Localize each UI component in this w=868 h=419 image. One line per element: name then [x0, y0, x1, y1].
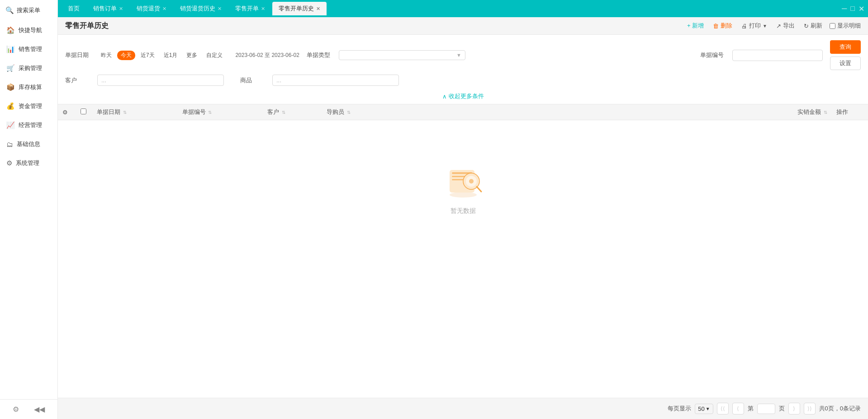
tab-retail-open-close[interactable]: ✕	[261, 6, 265, 12]
per-page-label: 每页显示	[668, 405, 691, 413]
th-amount-label: 实销金额	[797, 108, 821, 115]
date-btn-today[interactable]: 今天	[117, 51, 135, 60]
date-btn-more[interactable]: 更多	[183, 51, 201, 60]
date-btn-yesterday[interactable]: 昨天	[97, 51, 115, 60]
sidebar-nav: 🏠 快捷导航 📊 销售管理 🛒 采购管理 📦 库存核算 💰 资金管理 📈 经营管…	[0, 21, 57, 399]
date-btn-1month[interactable]: 近1月	[160, 51, 181, 60]
tab-sales-return-history[interactable]: 销货退货历史 ✕	[174, 2, 228, 15]
goods-input[interactable]: ...	[272, 75, 399, 86]
settings-button[interactable]: 设置	[830, 56, 861, 70]
delete-button[interactable]: 🗑 删除	[711, 21, 734, 31]
date-btn-custom[interactable]: 自定义	[203, 51, 226, 60]
per-page-select[interactable]: 50 ▼	[695, 404, 713, 414]
doc-no-label: 单据编号	[700, 51, 725, 59]
show-detail-toggle[interactable]: 显示明细	[830, 22, 861, 30]
sidebar-item-label: 资金管理	[19, 102, 42, 110]
sidebar-search[interactable]: 🔍 搜索采单	[0, 0, 57, 21]
action-buttons: 查询 设置	[830, 40, 861, 70]
next-page-button[interactable]: ⟩	[788, 403, 800, 414]
tab-retail-history[interactable]: 零售开单历史 ✕	[272, 2, 327, 15]
delete-label: 删除	[721, 22, 732, 30]
th-ops-label: 操作	[836, 108, 848, 115]
main-content: 首页 销售订单 ✕ 销货退货 ✕ 销货退货历史 ✕ 零售开单 ✕ 零售开单历史 …	[58, 0, 868, 419]
sidebar-item-jichu[interactable]: 🗂 基础信息	[0, 135, 57, 154]
search-icon: 🔍	[5, 6, 14, 14]
th-salesperson: 导购员 ⇅	[322, 104, 394, 120]
tab-sales-return-history-close[interactable]: ✕	[218, 6, 222, 12]
print-button[interactable]: 🖨 打印 ▼	[740, 21, 769, 31]
customer-dots: ...	[101, 77, 106, 84]
current-page-input[interactable]: 1	[757, 404, 775, 414]
home-icon: 🏠	[6, 26, 15, 34]
add-button[interactable]: + 新增	[685, 21, 706, 31]
tab-sales-order[interactable]: 销售订单 ✕	[87, 2, 129, 15]
toolbar-actions: + 新增 🗑 删除 🖨 打印 ▼ ↗ 导出 ↻ 刷新 显示明细	[685, 21, 861, 31]
filter-area: 单据日期 昨天 今天 近7天 近1月 更多 自定义 2023-06-02 至 2…	[58, 35, 868, 104]
sidebar-footer: ⚙ ◀◀	[0, 399, 57, 419]
info-icon: 🗂	[6, 141, 13, 148]
tab-retail-history-close[interactable]: ✕	[316, 6, 320, 12]
sidebar-item-xitong[interactable]: ⚙ 系统管理	[0, 154, 57, 173]
table-container: ⚙ 单据日期 ⇅ 单据编号 ⇅ 客户 ⇅	[58, 104, 868, 398]
sidebar-item-kuaijie[interactable]: 🏠 快捷导航	[0, 21, 57, 40]
collapse-button[interactable]: ∧ 收起更多条件	[442, 92, 484, 100]
th-ops: 操作	[832, 104, 868, 120]
tab-home-label: 首页	[68, 5, 80, 13]
tab-retail-history-label: 零售开单历史	[279, 5, 314, 13]
maximize-button[interactable]: □	[850, 5, 855, 13]
pagination: 每页显示 50 ▼ ⟨⟨ ⟨ 第 1 页 ⟩ ⟩⟩ 共0页，0条记录	[58, 398, 868, 419]
show-detail-checkbox[interactable]	[830, 23, 835, 29]
sidebar-item-label: 销售管理	[19, 45, 42, 53]
tab-sales-return[interactable]: 销货退货 ✕	[130, 2, 173, 15]
sidebar-item-xiaoshou[interactable]: 📊 销售管理	[0, 40, 57, 59]
print-arrow-icon: ▼	[763, 24, 767, 28]
empty-text: 暂无数据	[451, 207, 476, 215]
filter-row-1: 单据日期 昨天 今天 近7天 近1月 更多 自定义 2023-06-02 至 2…	[65, 40, 861, 70]
tab-sales-return-close[interactable]: ✕	[162, 6, 166, 12]
sort-salesperson-icon[interactable]: ⇅	[347, 110, 351, 115]
last-page-button[interactable]: ⟩⟩	[804, 403, 816, 414]
sort-customer-icon[interactable]: ⇅	[282, 110, 285, 115]
minimize-button[interactable]: ─	[842, 5, 847, 13]
tab-sales-order-close[interactable]: ✕	[119, 6, 123, 12]
sidebar-item-kucun[interactable]: 📦 库存核算	[0, 78, 57, 97]
refresh-button[interactable]: ↻ 刷新	[802, 21, 824, 31]
th-amount: 实销金额 ⇅	[793, 104, 832, 120]
export-button[interactable]: ↗ 导出	[774, 21, 797, 31]
tab-sales-return-label: 销货退货	[137, 5, 160, 13]
sidebar-item-jingying[interactable]: 📈 经营管理	[0, 116, 57, 135]
th-check	[76, 104, 92, 120]
sidebar-item-label: 快捷导航	[19, 26, 42, 34]
collapse-label: 收起更多条件	[449, 92, 484, 100]
settings-icon[interactable]: ⚙	[13, 405, 19, 414]
svg-line-7	[477, 187, 481, 192]
date-shortcuts: 昨天 今天 近7天 近1月 更多 自定义	[97, 51, 226, 60]
settings-gear-icon[interactable]: ⚙	[62, 109, 68, 116]
date-label: 单据日期	[65, 51, 90, 59]
tab-retail-open[interactable]: 零售开单 ✕	[229, 2, 271, 15]
customer-input[interactable]: ...	[97, 75, 224, 86]
tab-home[interactable]: 首页	[62, 2, 86, 15]
sort-no-icon[interactable]: ⇅	[208, 110, 212, 115]
select-all-checkbox[interactable]	[81, 108, 86, 114]
table-header-row: ⚙ 单据日期 ⇅ 单据编号 ⇅ 客户 ⇅	[58, 104, 868, 120]
close-button[interactable]: ✕	[859, 5, 864, 13]
sidebar-item-zijin[interactable]: 💰 资金管理	[0, 97, 57, 116]
query-button[interactable]: 查询	[830, 40, 861, 54]
date-btn-7days[interactable]: 近7天	[137, 51, 158, 60]
doc-type-select[interactable]: ▼	[339, 50, 465, 60]
tabs-bar: 首页 销售订单 ✕ 销货退货 ✕ 销货退货历史 ✕ 零售开单 ✕ 零售开单历史 …	[58, 0, 868, 17]
sidebar-item-label: 基础信息	[17, 140, 40, 148]
data-table: ⚙ 单据日期 ⇅ 单据编号 ⇅ 客户 ⇅	[58, 104, 868, 251]
first-page-button[interactable]: ⟨⟨	[717, 403, 729, 414]
collapse-sidebar-icon[interactable]: ◀◀	[34, 405, 45, 414]
prev-page-button[interactable]: ⟨	[732, 403, 744, 414]
per-page-value: 50	[698, 405, 704, 412]
sort-date-icon[interactable]: ⇅	[123, 110, 127, 115]
sort-amount-icon[interactable]: ⇅	[824, 110, 827, 115]
system-icon: ⚙	[6, 159, 12, 167]
page-total: 共0页，0条记录	[819, 405, 861, 413]
goods-dots: ...	[276, 77, 281, 84]
sidebar-item-caigou[interactable]: 🛒 采购管理	[0, 59, 57, 78]
doc-no-input[interactable]	[732, 50, 823, 61]
